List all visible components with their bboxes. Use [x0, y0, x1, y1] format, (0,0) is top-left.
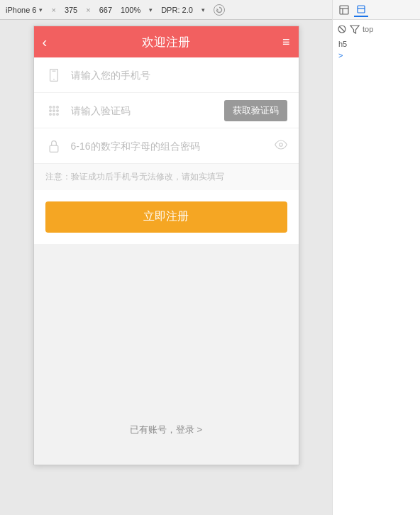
svg-rect-11	[50, 145, 58, 152]
viewport-height: 667	[99, 6, 112, 14]
register-button[interactable]: 立即注册	[45, 201, 287, 233]
devtools-elements-tab[interactable]	[337, 3, 351, 17]
page-title: 欢迎注册	[142, 34, 190, 50]
dpr-label: DPR: 2.0	[161, 6, 193, 14]
svg-point-7	[56, 109, 58, 111]
devtools-filter-icon[interactable]	[350, 23, 360, 35]
code-icon	[45, 102, 62, 119]
registration-form: 获取验证码	[34, 57, 299, 244]
svg-point-2	[49, 106, 51, 108]
zoom-level[interactable]: 100%	[121, 6, 140, 14]
notice-text: 注意：验证成功后手机号无法修改，请如实填写	[34, 164, 299, 190]
login-link[interactable]: 已有账号，登录 >	[34, 409, 299, 450]
svg-point-3	[52, 106, 55, 108]
viewport-width: 375	[65, 6, 77, 14]
lock-icon	[45, 138, 62, 155]
separator1: ×	[51, 6, 55, 14]
svg-rect-13	[340, 6, 348, 14]
rotate-icon[interactable]	[214, 4, 225, 16]
devtools-arrow[interactable]: >	[337, 51, 416, 60]
phone-frame: ‹ 欢迎注册 ≡	[0, 20, 332, 515]
devtools-panel: h5 >	[332, 0, 420, 515]
svg-line-19	[339, 26, 345, 32]
devtools-tabs	[333, 0, 420, 20]
svg-point-6	[52, 109, 55, 111]
svg-point-8	[49, 113, 51, 115]
get-code-button[interactable]: 获取验证码	[224, 100, 287, 121]
device-chevron: ▾	[39, 6, 43, 13]
device-name: iPhone 6	[6, 6, 36, 14]
phone-row	[34, 57, 299, 93]
svg-marker-20	[350, 26, 359, 33]
devtools-active-tab[interactable]	[354, 3, 368, 17]
separator2: ×	[86, 6, 90, 14]
toggle-password-icon[interactable]	[275, 138, 287, 154]
phone-input[interactable]	[71, 70, 287, 81]
svg-point-10	[56, 113, 58, 115]
password-input[interactable]	[71, 140, 287, 152]
svg-point-0	[53, 79, 55, 80]
svg-point-5	[49, 109, 51, 111]
phone-screen: ‹ 欢迎注册 ≡	[33, 26, 299, 465]
svg-point-9	[52, 113, 55, 115]
devtools-filter-row	[337, 23, 416, 35]
back-button[interactable]: ‹	[43, 34, 48, 50]
devtools-h5-tag: h5	[337, 40, 416, 48]
devtools-content: h5 >	[333, 20, 420, 515]
zoom-chevron: ▾	[149, 6, 153, 13]
svg-point-12	[279, 143, 282, 146]
code-row: 获取验证码	[34, 93, 299, 128]
svg-point-4	[56, 106, 58, 108]
browser-toolbar: iPhone 6 ▾ × 375 × 667 100% ▾ DPR: 2.0 ▾	[0, 0, 332, 20]
menu-button[interactable]: ≡	[282, 35, 290, 50]
code-input[interactable]	[71, 105, 224, 116]
device-selector[interactable]: iPhone 6 ▾	[6, 6, 43, 14]
page-header: ‹ 欢迎注册 ≡	[34, 26, 299, 57]
phone-icon	[45, 67, 62, 84]
devtools-block-icon[interactable]	[337, 23, 347, 35]
dpr-chevron: ▾	[201, 6, 205, 13]
devtools-filter-input[interactable]	[363, 25, 420, 33]
password-row	[34, 128, 299, 164]
svg-rect-16	[358, 6, 365, 13]
